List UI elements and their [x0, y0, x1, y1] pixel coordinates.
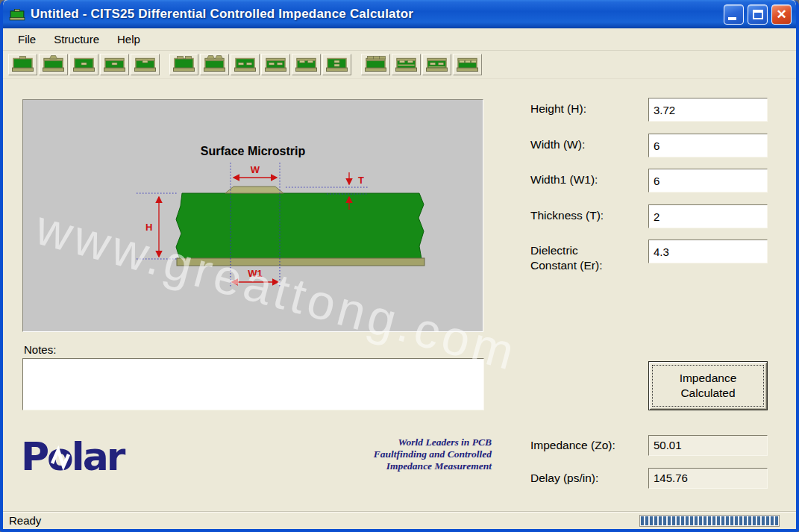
- maximize-icon: [753, 10, 763, 19]
- menu-bar: File Structure Help: [3, 28, 796, 51]
- svg-text:Polar: Polar: [21, 435, 126, 478]
- dim-label-w1: W1: [248, 268, 263, 279]
- structure-toolbar: [3, 51, 796, 79]
- diff-embedded-microstrip-icon: [295, 54, 318, 75]
- progress-fill: [641, 516, 778, 525]
- copper-trace: [225, 187, 283, 193]
- toolbar-button-diff-embedded-coplanar[interactable]: [453, 54, 482, 75]
- menu-help[interactable]: Help: [108, 30, 149, 48]
- broadside-stripline-icon: [325, 54, 348, 75]
- window-title: Untitled - CITS25 Differential Controlle…: [31, 7, 724, 22]
- toolbar-button-stripline[interactable]: [69, 54, 98, 75]
- diff-surface-microstrip-icon: [172, 54, 195, 75]
- toolbar-button-diff-offset-stripline[interactable]: [261, 54, 290, 75]
- embedded-microstrip-icon: [134, 54, 157, 75]
- dim-label-h: H: [145, 222, 152, 233]
- impedance-calculated-label: Impedance Calculated: [667, 371, 749, 401]
- app-icon: [9, 8, 25, 21]
- structure-diagram-panel: Surface Microstrip: [22, 99, 483, 332]
- height-input[interactable]: [648, 98, 768, 122]
- height-label: Height (H):: [530, 101, 642, 116]
- width1-label: Width1 (W1):: [530, 172, 642, 187]
- dielectric-input[interactable]: [648, 240, 768, 263]
- toolbar-button-surface-microstrip[interactable]: [8, 54, 37, 75]
- menu-file[interactable]: File: [9, 30, 45, 48]
- offset-stripline-icon: [103, 54, 126, 75]
- toolbar-button-diff-stripline[interactable]: [231, 54, 260, 75]
- tagline-line2: Faultfinding and Controlled: [249, 448, 492, 460]
- diff-surface-coplanar-icon: [364, 54, 387, 75]
- width-input[interactable]: [648, 134, 768, 157]
- toolbar-button-diff-coated-microstrip[interactable]: [200, 54, 229, 75]
- toolbar-button-diff-coated-coplanar[interactable]: [392, 54, 421, 75]
- diagram-title: Surface Microstrip: [201, 145, 306, 157]
- width1-input[interactable]: [648, 169, 768, 193]
- diff-offset-stripline-icon: [264, 54, 287, 75]
- delay-value: 145.76: [648, 468, 768, 489]
- toolbar-button-broadside-stripline[interactable]: [322, 54, 351, 75]
- status-text: Ready: [9, 514, 41, 527]
- dim-label-t: T: [358, 175, 364, 186]
- toolbar-button-coated-microstrip[interactable]: [39, 54, 68, 75]
- minimize-button[interactable]: [724, 4, 744, 25]
- diff-embedded-coplanar-icon: [456, 54, 479, 75]
- close-icon: ✕: [772, 5, 791, 24]
- width-label: Width (W):: [530, 137, 642, 152]
- tagline-line1: World Leaders in PCB: [249, 436, 492, 448]
- polar-logo: Polar: [21, 435, 140, 478]
- substrate: [176, 193, 424, 259]
- notes-label: Notes:: [24, 343, 56, 356]
- brand-tagline: World Leaders in PCB Faultfinding and Co…: [249, 436, 492, 472]
- coated-microstrip-icon: [42, 54, 65, 75]
- toolbar-button-diff-surface-microstrip[interactable]: [169, 54, 198, 75]
- impedance-calculated-button[interactable]: Impedance Calculated: [648, 361, 768, 410]
- status-bar: Ready: [3, 511, 796, 529]
- impedance-value: 50.01: [648, 435, 768, 456]
- impedance-label: Impedance (Zo):: [530, 439, 615, 452]
- toolbar-button-diff-stripline-coplanar[interactable]: [422, 54, 451, 75]
- notes-textarea[interactable]: [22, 358, 484, 410]
- menu-structure[interactable]: Structure: [45, 30, 108, 48]
- diff-stripline-coplanar-icon: [425, 54, 448, 75]
- dim-label-w: W: [251, 164, 260, 175]
- thickness-input[interactable]: [648, 204, 768, 228]
- toolbar-button-diff-embedded-microstrip[interactable]: [292, 54, 321, 75]
- thickness-label: Thickness (T):: [530, 208, 642, 223]
- diff-stripline-icon: [234, 54, 257, 75]
- minimize-icon: [728, 17, 736, 20]
- toolbar-button-diff-surface-coplanar[interactable]: [361, 54, 390, 75]
- client-area: Surface Microstrip: [3, 79, 796, 511]
- close-button[interactable]: ✕: [771, 4, 792, 25]
- delay-label: Delay (ps/in):: [530, 472, 598, 485]
- dielectric-label: Dielectric Constant (Er):: [530, 243, 642, 273]
- toolbar-button-embedded-microstrip[interactable]: [131, 54, 160, 75]
- diff-coated-microstrip-icon: [203, 54, 226, 75]
- title-bar[interactable]: Untitled - CITS25 Differential Controlle…: [3, 0, 796, 28]
- stripline-icon: [72, 54, 95, 75]
- diff-coated-coplanar-icon: [395, 54, 418, 75]
- maximize-button[interactable]: [748, 4, 768, 25]
- progress-bar: [639, 515, 780, 527]
- toolbar-button-offset-stripline[interactable]: [100, 54, 129, 75]
- ground-plane: [177, 258, 424, 266]
- tagline-line3: Impedance Measurement: [249, 460, 492, 472]
- surface-microstrip-icon: [11, 54, 34, 75]
- app-window: Untitled - CITS25 Differential Controlle…: [0, 0, 799, 532]
- surface-microstrip-diagram: Surface Microstrip: [23, 100, 483, 331]
